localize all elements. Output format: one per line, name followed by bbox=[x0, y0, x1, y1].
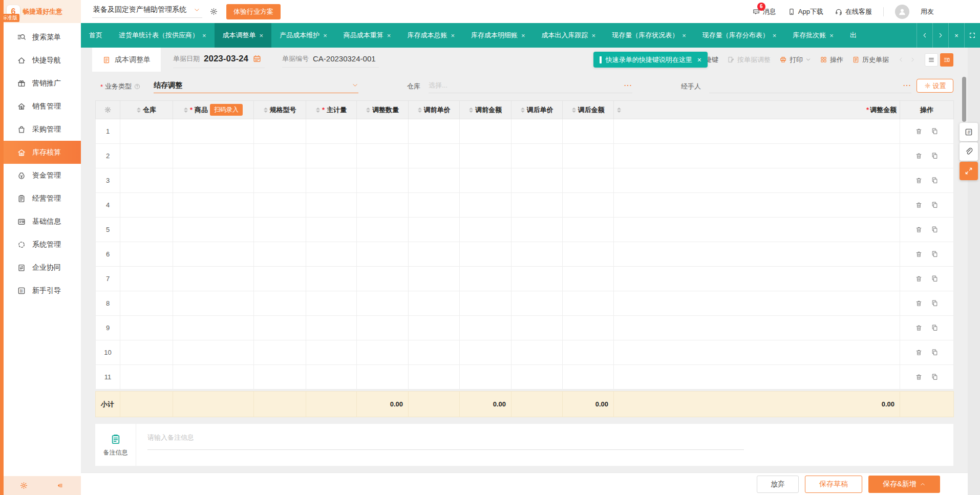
cell-price_after[interactable] bbox=[512, 218, 563, 242]
question-icon[interactable] bbox=[134, 83, 141, 90]
topbar-gear-icon[interactable] bbox=[209, 7, 218, 16]
cell-amount_before[interactable] bbox=[460, 119, 512, 144]
cell-price_after[interactable] bbox=[512, 365, 563, 390]
save-and-new-button[interactable]: 保存&新增 bbox=[868, 476, 940, 493]
delete-row-icon[interactable] bbox=[915, 324, 923, 332]
cell-price_after[interactable] bbox=[512, 242, 563, 267]
cell-qty[interactable] bbox=[357, 291, 409, 316]
doc-number-field[interactable]: 单据编号 CA-20230324-001 bbox=[282, 52, 379, 68]
column-settings-gear-icon[interactable] bbox=[104, 106, 112, 114]
sidebar-item-guide[interactable]: 新新手引导 bbox=[4, 279, 81, 302]
column-header-amount_after[interactable]: 调后金额 bbox=[563, 101, 614, 119]
cell-price_before[interactable] bbox=[409, 218, 460, 242]
online-service-button[interactable]: 在线客服 bbox=[835, 7, 872, 16]
tab-scroll-left-button[interactable] bbox=[917, 23, 932, 48]
sidebar-item-bag[interactable]: 采购管理 bbox=[4, 118, 81, 141]
tab-close-all-button[interactable]: × bbox=[948, 23, 964, 48]
sidebar-item-system[interactable]: 系统管理 bbox=[4, 233, 81, 256]
cell-warehouse[interactable] bbox=[120, 316, 173, 340]
biz-type-select[interactable]: 结存调整 bbox=[154, 78, 358, 93]
cell-amount_before[interactable] bbox=[460, 242, 512, 267]
column-header-unit[interactable]: *主计量 bbox=[306, 101, 357, 119]
cell-price_after[interactable] bbox=[512, 267, 563, 291]
cell-unit[interactable] bbox=[306, 340, 357, 365]
delete-row-icon[interactable] bbox=[915, 177, 923, 184]
print-button[interactable]: 打印 bbox=[779, 55, 811, 64]
column-header-warehouse[interactable]: 仓库 bbox=[120, 101, 173, 119]
tab-8[interactable]: 现存量（库存状况表）× bbox=[604, 23, 694, 48]
tab-5[interactable]: 库存成本总账× bbox=[399, 23, 463, 48]
column-header-qty[interactable]: 调整数量 bbox=[357, 101, 409, 119]
sort-icon[interactable] bbox=[572, 107, 576, 113]
cell-qty[interactable] bbox=[357, 340, 409, 365]
cell-price_before[interactable] bbox=[409, 316, 460, 340]
cell-spec[interactable] bbox=[254, 365, 306, 390]
tab-6[interactable]: 库存成本明细账× bbox=[463, 23, 534, 48]
cell-price_after[interactable] bbox=[512, 316, 563, 340]
tab-2[interactable]: 成本调整单× bbox=[215, 23, 272, 48]
prev-doc-button[interactable] bbox=[898, 56, 904, 63]
cell-qty[interactable] bbox=[357, 316, 409, 340]
cell-amount_after[interactable] bbox=[563, 193, 614, 218]
cell-warehouse[interactable] bbox=[120, 291, 173, 316]
sidebar-item-clipboard[interactable]: 经营管理 bbox=[4, 187, 81, 210]
cell-amount_after[interactable] bbox=[563, 218, 614, 242]
sort-icon[interactable] bbox=[184, 107, 188, 113]
tooltip-close-icon[interactable]: × bbox=[697, 56, 701, 64]
cell-spec[interactable] bbox=[254, 119, 306, 144]
cell-price_after[interactable] bbox=[512, 168, 563, 193]
column-header-price_before[interactable]: 调前单价 bbox=[409, 101, 460, 119]
cell-adjust_amount[interactable] bbox=[614, 291, 900, 316]
discard-button[interactable]: 放弃 bbox=[757, 476, 799, 493]
cell-price_before[interactable] bbox=[409, 119, 460, 144]
sidebar-item-home[interactable]: 快捷导航 bbox=[4, 49, 81, 72]
cell-amount_before[interactable] bbox=[460, 316, 512, 340]
doc-date-field[interactable]: 单据日期 2023-03-24 bbox=[173, 52, 265, 68]
cell-warehouse[interactable] bbox=[120, 168, 173, 193]
sidebar-item-gift[interactable]: 营销推广 bbox=[4, 72, 81, 95]
cell-price_after[interactable] bbox=[512, 144, 563, 168]
tab-10[interactable]: 库存批次账× bbox=[784, 23, 842, 48]
cell-amount_after[interactable] bbox=[563, 365, 614, 390]
doc-tab-cost-adjustment[interactable]: 成本调整单 bbox=[92, 48, 161, 72]
cell-unit[interactable] bbox=[306, 144, 357, 168]
cell-qty[interactable] bbox=[357, 168, 409, 193]
cell-price_after[interactable] bbox=[512, 291, 563, 316]
handler-more-icon[interactable]: ··· bbox=[903, 81, 911, 89]
cell-warehouse[interactable] bbox=[120, 119, 173, 144]
username[interactable]: 用友 bbox=[921, 7, 934, 16]
settings-button[interactable]: 设置 bbox=[917, 79, 953, 93]
column-header-price_after[interactable]: 调后单价 bbox=[512, 101, 563, 119]
cell-amount_after[interactable] bbox=[563, 340, 614, 365]
scan-input-button[interactable]: 扫码录入 bbox=[210, 104, 243, 116]
sidebar-item-warehouse[interactable]: 库存核算 bbox=[0, 141, 81, 164]
tab-9[interactable]: 现存量（库存分布表）× bbox=[694, 23, 785, 48]
cell-amount_after[interactable] bbox=[563, 316, 614, 340]
cell-price_after[interactable] bbox=[512, 193, 563, 218]
cell-qty[interactable] bbox=[357, 193, 409, 218]
handler-select[interactable]: ··· bbox=[709, 78, 911, 93]
tab-4[interactable]: 商品成本重算× bbox=[335, 23, 399, 48]
cell-price_after[interactable] bbox=[512, 119, 563, 144]
cell-product[interactable] bbox=[173, 365, 254, 390]
tab-close-icon[interactable]: × bbox=[202, 32, 206, 39]
cell-adjust_amount[interactable] bbox=[614, 242, 900, 267]
cell-qty[interactable] bbox=[357, 365, 409, 390]
cell-product[interactable] bbox=[173, 119, 254, 144]
cell-unit[interactable] bbox=[306, 242, 357, 267]
sidebar-item-idcard[interactable]: 基础信息 bbox=[4, 210, 81, 233]
cell-spec[interactable] bbox=[254, 168, 306, 193]
next-doc-button[interactable] bbox=[909, 56, 916, 63]
cell-amount_after[interactable] bbox=[563, 144, 614, 168]
cell-unit[interactable] bbox=[306, 193, 357, 218]
sort-icon[interactable] bbox=[264, 107, 268, 113]
sort-icon[interactable] bbox=[316, 107, 320, 113]
sidebar-item-sales[interactable]: 销售管理 bbox=[4, 95, 81, 118]
delete-row-icon[interactable] bbox=[915, 373, 923, 381]
tab-close-icon[interactable]: × bbox=[260, 32, 264, 39]
column-header-adjust_amount[interactable]: *调整金额 bbox=[614, 101, 900, 119]
cell-adjust_amount[interactable] bbox=[614, 144, 900, 168]
cell-amount_before[interactable] bbox=[460, 144, 512, 168]
tab-close-icon[interactable]: × bbox=[451, 32, 455, 39]
system-select[interactable]: 装备及固定资产辅助管理系统 bbox=[92, 5, 202, 18]
